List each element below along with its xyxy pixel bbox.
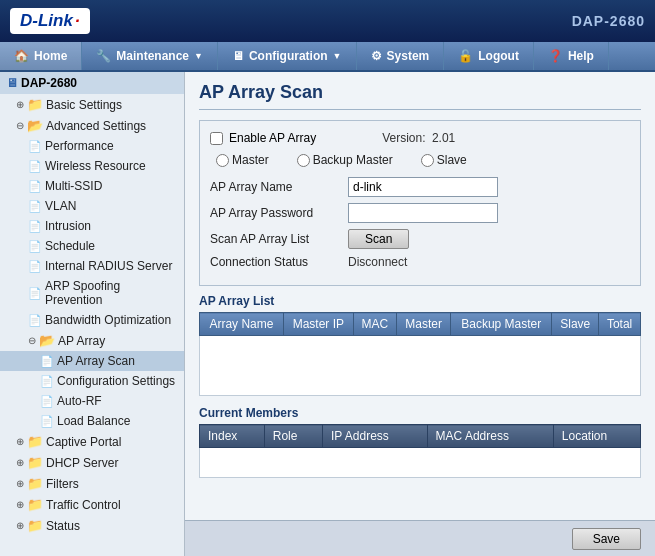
sidebar-config-label: Configuration Settings: [57, 374, 175, 388]
sidebar-root[interactable]: 🖥 DAP-2680: [0, 72, 184, 94]
vlan-page-icon: 📄: [28, 200, 42, 213]
sidebar-item-intrusion[interactable]: 📄 Intrusion: [0, 216, 184, 236]
maintenance-dropdown-icon: ▼: [194, 51, 203, 61]
sidebar-root-label: DAP-2680: [21, 76, 77, 90]
home-icon: 🏠: [14, 49, 29, 63]
sidebar-bandwidth-label: Bandwidth Optimization: [45, 313, 171, 327]
sidebar-multi-ssid-label: Multi-SSID: [45, 179, 102, 193]
load-balance-page-icon: 📄: [40, 415, 54, 428]
nav-configuration[interactable]: 🖥 Configuration ▼: [218, 42, 357, 70]
sidebar-item-vlan[interactable]: 📄 VLAN: [0, 196, 184, 216]
sidebar-schedule-label: Schedule: [45, 239, 95, 253]
ap-array-list-section: AP Array List Array Name Master IP MAC M…: [199, 294, 641, 396]
configuration-dropdown-icon: ▼: [333, 51, 342, 61]
nav-maintenance[interactable]: 🔧 Maintenance ▼: [82, 42, 218, 70]
sidebar-item-wireless-resource[interactable]: 📄 Wireless Resource: [0, 156, 184, 176]
sidebar-item-config-settings[interactable]: 📄 Configuration Settings: [0, 371, 184, 391]
ap-array-password-row: AP Array Password: [210, 203, 630, 223]
enable-label[interactable]: Enable AP Array: [229, 131, 316, 145]
members-table: Index Role IP Address MAC Address Locati…: [199, 424, 641, 478]
nav-logout[interactable]: 🔓 Logout: [444, 42, 534, 70]
sidebar-item-dhcp-server[interactable]: ⊕ 📁 DHCP Server: [0, 452, 184, 473]
expand-captive-icon: ⊕: [16, 436, 24, 447]
sidebar-item-multi-ssid[interactable]: 📄 Multi-SSID: [0, 176, 184, 196]
sidebar-auto-rf-label: Auto-RF: [57, 394, 102, 408]
backup-master-radio[interactable]: [297, 154, 310, 167]
sidebar-filters-label: Filters: [46, 477, 79, 491]
backup-master-radio-label[interactable]: Backup Master: [297, 153, 393, 167]
ap-array-password-input[interactable]: [348, 203, 498, 223]
maintenance-icon: 🔧: [96, 49, 111, 63]
slave-radio-label[interactable]: Slave: [421, 153, 467, 167]
arp-page-icon: 📄: [28, 287, 42, 300]
nav-help[interactable]: ❓ Help: [534, 42, 609, 70]
header: D-Link · DAP-2680: [0, 0, 655, 42]
sidebar-item-filters[interactable]: ⊕ 📁 Filters: [0, 473, 184, 494]
ap-array-name-input[interactable]: [348, 177, 498, 197]
nav-maintenance-label: Maintenance: [116, 49, 189, 63]
col-slave: Slave: [552, 313, 599, 336]
intrusion-page-icon: 📄: [28, 220, 42, 233]
col-total: Total: [599, 313, 641, 336]
traffic-folder-icon: 📁: [27, 497, 43, 512]
ap-array-name-label: AP Array Name: [210, 180, 340, 194]
sidebar-traffic-label: Traffic Control: [46, 498, 121, 512]
connection-status-row: Connection Status Disconnect: [210, 255, 630, 269]
scan-button[interactable]: Scan: [348, 229, 409, 249]
navbar: 🏠 Home 🔧 Maintenance ▼ 🖥 Configuration ▼…: [0, 42, 655, 72]
logo-dot: ·: [75, 11, 80, 31]
bandwidth-page-icon: 📄: [28, 314, 42, 327]
col-backup-master: Backup Master: [451, 313, 552, 336]
sidebar-wireless-label: Wireless Resource: [45, 159, 146, 173]
version-value: 2.01: [432, 131, 455, 145]
auto-rf-page-icon: 📄: [40, 395, 54, 408]
sidebar-item-auto-rf[interactable]: 📄 Auto-RF: [0, 391, 184, 411]
sidebar-item-captive-portal[interactable]: ⊕ 📁 Captive Portal: [0, 431, 184, 452]
sidebar-item-load-balance[interactable]: 📄 Load Balance: [0, 411, 184, 431]
members-col-index: Index: [200, 425, 265, 448]
expand-status-icon: ⊕: [16, 520, 24, 531]
master-radio-label[interactable]: Master: [216, 153, 269, 167]
nav-home[interactable]: 🏠 Home: [0, 42, 82, 70]
sidebar-advanced-settings-label: Advanced Settings: [46, 119, 146, 133]
sidebar-ap-array-label: AP Array: [58, 334, 105, 348]
enable-row: Enable AP Array Version: 2.01: [210, 131, 630, 145]
members-col-role: Role: [264, 425, 322, 448]
configuration-icon: 🖥: [232, 49, 244, 63]
nav-system[interactable]: ⚙ System: [357, 42, 445, 70]
sidebar-item-basic-settings[interactable]: ⊕ 📁 Basic Settings: [0, 94, 184, 115]
sidebar-item-status[interactable]: ⊕ 📁 Status: [0, 515, 184, 536]
sidebar-captive-label: Captive Portal: [46, 435, 121, 449]
sidebar-intrusion-label: Intrusion: [45, 219, 91, 233]
sidebar-item-advanced-settings[interactable]: ⊖ 📂 Advanced Settings: [0, 115, 184, 136]
sidebar-item-traffic-control[interactable]: ⊕ 📁 Traffic Control: [0, 494, 184, 515]
slave-radio[interactable]: [421, 154, 434, 167]
ap-array-list-label: AP Array List: [199, 294, 641, 308]
sidebar-radius-label: Internal RADIUS Server: [45, 259, 172, 273]
sidebar-item-schedule[interactable]: 📄 Schedule: [0, 236, 184, 256]
connection-status-label: Connection Status: [210, 255, 340, 269]
multi-ssid-page-icon: 📄: [28, 180, 42, 193]
col-master-ip: Master IP: [283, 313, 353, 336]
nav-help-label: Help: [568, 49, 594, 63]
enable-ap-array-checkbox[interactable]: [210, 132, 223, 145]
ap-folder-icon: 📂: [39, 333, 55, 348]
sidebar-item-ap-array-scan[interactable]: 📄 AP Array Scan: [0, 351, 184, 371]
sidebar-item-arp-spoofing[interactable]: 📄 ARP Spoofing Prevention: [0, 276, 184, 310]
sidebar-item-bandwidth[interactable]: 📄 Bandwidth Optimization: [0, 310, 184, 330]
col-mac: MAC: [353, 313, 396, 336]
footer-bar: Save: [185, 520, 655, 556]
help-icon: ❓: [548, 49, 563, 63]
master-radio[interactable]: [216, 154, 229, 167]
radio-row: Master Backup Master Slave: [216, 153, 630, 167]
expand-filters-icon: ⊕: [16, 478, 24, 489]
col-master: Master: [397, 313, 451, 336]
sidebar-item-performance[interactable]: 📄 Performance: [0, 136, 184, 156]
filters-folder-icon: 📁: [27, 476, 43, 491]
expand-ap-icon: ⊖: [28, 335, 36, 346]
dhcp-folder-icon: 📁: [27, 455, 43, 470]
save-button[interactable]: Save: [572, 528, 641, 550]
nav-system-label: System: [387, 49, 430, 63]
sidebar-item-ap-array[interactable]: ⊖ 📂 AP Array: [0, 330, 184, 351]
sidebar-item-internal-radius[interactable]: 📄 Internal RADIUS Server: [0, 256, 184, 276]
